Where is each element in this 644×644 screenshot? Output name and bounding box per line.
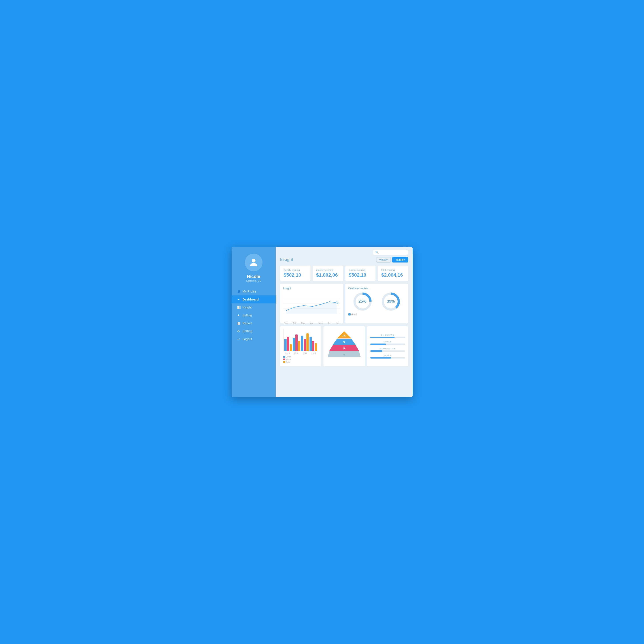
sidebar-item-profile[interactable]: 👤 My Profile bbox=[232, 287, 276, 295]
bar-2017-ipsum bbox=[304, 339, 306, 351]
nav-label-selling: Selling bbox=[243, 314, 252, 317]
sidebar: Nicole California, US 👤 My Profile ≡ Das… bbox=[232, 247, 276, 397]
progress-retail: RETAIL bbox=[370, 354, 405, 359]
bottom-row: 2015 2016 2017 2018 Lorem Ipsum bbox=[280, 326, 408, 366]
bar-2018-dolor bbox=[315, 343, 317, 351]
progress-fill-subscription bbox=[370, 350, 382, 352]
bar-2016-lorem bbox=[293, 338, 295, 351]
progress-subscription: SUBSCRIPTION bbox=[370, 347, 405, 352]
insight-chart-card: Insight bbox=[280, 284, 343, 323]
pyramid-label-80: 80 bbox=[343, 341, 346, 343]
sidebar-item-setting[interactable]: ⚙ Setting bbox=[232, 327, 276, 335]
stat-card-current: current earning $502,10 bbox=[345, 266, 376, 281]
svg-point-0 bbox=[252, 259, 255, 263]
stat-value-0: $502,10 bbox=[284, 272, 307, 278]
legend-dot-lorem bbox=[283, 356, 285, 358]
bar-group-2018 bbox=[310, 337, 317, 351]
line-chart-svg bbox=[283, 292, 340, 320]
chart-point-jul bbox=[336, 302, 338, 304]
year-2017: 2017 bbox=[303, 352, 307, 354]
chart-point-apr bbox=[312, 306, 313, 307]
monthly-button[interactable]: monthly bbox=[392, 257, 408, 263]
bar-2016-ipsum bbox=[295, 334, 298, 351]
legend-label-ipsum: Ipsum bbox=[286, 358, 291, 361]
month-jan: Jan bbox=[284, 322, 288, 325]
logout-icon: ↩ bbox=[237, 337, 240, 341]
progress-single: SINGLE bbox=[370, 341, 405, 345]
stat-value-3: $2.004,16 bbox=[381, 272, 405, 278]
progress-label-on-demand: ON DEMAND bbox=[370, 334, 405, 336]
progress-on-demand: ON DEMAND bbox=[370, 334, 405, 338]
stat-label-2: current earning bbox=[349, 269, 372, 271]
setting-icon: ⚙ bbox=[237, 329, 240, 333]
donut-label-39: 39% bbox=[387, 299, 395, 304]
progress-fill-single bbox=[370, 344, 386, 345]
bar-group-2015 bbox=[284, 337, 292, 351]
main-content: 🔍 Insight weekly monthly weekly earning … bbox=[276, 247, 413, 397]
stats-row: weekly earning $502,10 monthly earning $… bbox=[280, 266, 408, 281]
chart-point-may bbox=[321, 304, 321, 305]
progress-fill-retail bbox=[370, 357, 391, 359]
weekly-button[interactable]: weekly bbox=[376, 257, 391, 263]
user-location: California, US bbox=[246, 280, 261, 282]
sidebar-item-dashboard[interactable]: ≡ Dashboard bbox=[232, 295, 276, 303]
customer-review-title: Customer review bbox=[348, 287, 405, 290]
bar-legend: Lorem Ipsum Dolor bbox=[283, 356, 318, 363]
sidebar-item-selling[interactable]: ★ Selling bbox=[232, 311, 276, 319]
month-jul: Jul bbox=[336, 322, 339, 325]
mid-row: Insight bbox=[280, 284, 408, 323]
bar-chart-card: 2015 2016 2017 2018 Lorem Ipsum bbox=[280, 326, 321, 366]
insight-header: Insight weekly monthly bbox=[280, 256, 408, 263]
search-input[interactable] bbox=[380, 251, 406, 254]
stat-card-monthly: monthly earning $1.002,06 bbox=[313, 266, 343, 281]
profile-icon: 👤 bbox=[237, 290, 240, 293]
month-apr: Apr bbox=[310, 322, 314, 325]
legend-dot-ipsum bbox=[283, 359, 285, 360]
chart-point-feb bbox=[295, 306, 295, 307]
bar-2015-lorem bbox=[284, 339, 287, 351]
insight-chart-title: Insight bbox=[283, 287, 340, 290]
stat-label-3: total earning bbox=[381, 269, 405, 271]
sidebar-item-insight[interactable]: 📊 Insight bbox=[232, 303, 276, 311]
app-container: Nicole California, US 👤 My Profile ≡ Das… bbox=[232, 247, 413, 397]
year-2015: 2015 bbox=[285, 352, 290, 354]
sidebar-item-report[interactable]: 📋 Report bbox=[232, 319, 276, 327]
bar-2015-dolor bbox=[290, 344, 292, 351]
bar-2017-lorem bbox=[301, 336, 303, 351]
stat-card-weekly: weekly earning $502,10 bbox=[280, 266, 311, 281]
nav-label-report: Report bbox=[243, 321, 252, 325]
avatar bbox=[245, 254, 263, 271]
legend-label-lorem: Lorem bbox=[286, 356, 292, 358]
chart-point-jun bbox=[329, 301, 330, 302]
nav-menu: 👤 My Profile ≡ Dashboard 📊 Insight ★ Sel… bbox=[232, 287, 276, 343]
pyramid-label-40: 40 bbox=[343, 353, 345, 356]
good-label: Good bbox=[348, 313, 405, 316]
sidebar-item-logout[interactable]: ↩ Logout bbox=[232, 335, 276, 343]
chart-point-jan bbox=[286, 310, 287, 311]
bar-group-2016 bbox=[293, 334, 300, 351]
bar-years: 2015 2016 2017 2018 bbox=[283, 352, 318, 354]
month-feb: Feb bbox=[293, 322, 296, 325]
progress-bg-on-demand bbox=[370, 337, 405, 338]
progress-label-subscription: SUBSCRIPTION bbox=[370, 347, 405, 350]
progress-bars-card: ON DEMAND SINGLE SUBSCRIPTION bbox=[367, 326, 408, 366]
stat-value-2: $502,10 bbox=[349, 272, 372, 278]
nav-label-dashboard: Dashboard bbox=[243, 298, 259, 301]
progress-label-single: SINGLE bbox=[370, 341, 405, 343]
progress-label-retail: RETAIL bbox=[370, 354, 405, 357]
page-title: Insight bbox=[280, 257, 293, 262]
report-icon: 📋 bbox=[237, 321, 240, 325]
bar-2018-lorem bbox=[310, 337, 312, 351]
insight-icon: 📊 bbox=[237, 306, 240, 309]
donut-row: 25% 39% bbox=[348, 292, 405, 312]
donut-39: 39% bbox=[381, 292, 401, 312]
user-name: Nicole bbox=[247, 274, 260, 279]
month-mar: Mar bbox=[301, 322, 305, 325]
bar-2016-dolor bbox=[298, 341, 300, 351]
search-box[interactable]: 🔍 bbox=[373, 250, 408, 255]
pyramid-label-60: 60 bbox=[343, 347, 346, 349]
dashboard-icon: ≡ bbox=[237, 298, 240, 301]
pyramid-svg: 100 80 60 40 bbox=[327, 329, 362, 360]
nav-label-profile: My Profile bbox=[243, 290, 256, 293]
stat-label-0: weekly earning bbox=[284, 269, 307, 271]
